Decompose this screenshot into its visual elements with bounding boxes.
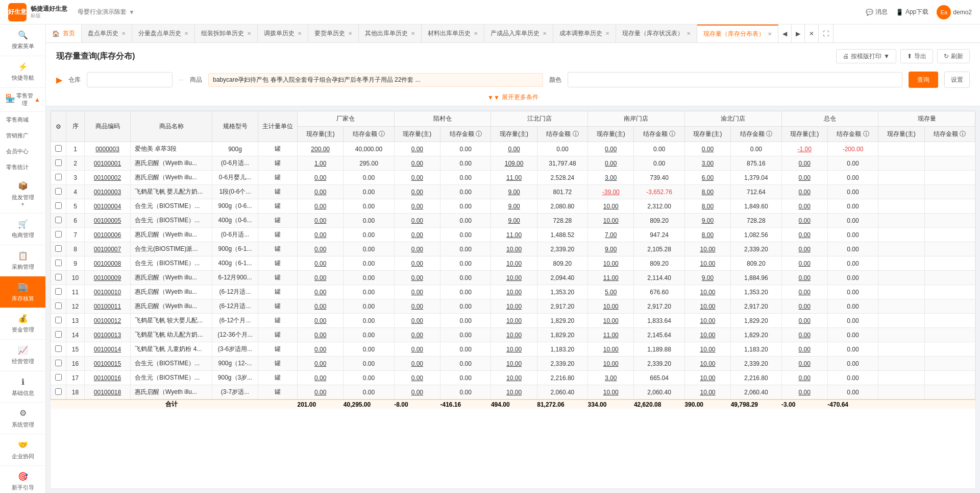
tab-close-all-btn[interactable]: ✕: [805, 25, 819, 43]
row-code[interactable]: 00100015: [85, 357, 131, 371]
row-mocun-qty[interactable]: 0.00: [394, 214, 440, 228]
row-changja-qty[interactable]: 1.00: [298, 156, 344, 171]
row-code[interactable]: 00100011: [85, 299, 131, 314]
warehouse-input[interactable]: [87, 72, 173, 87]
row-yubei-qty[interactable]: 10.00: [684, 242, 730, 256]
row-jiangbei-qty[interactable]: 109.00: [491, 156, 537, 171]
row-nanan-qty[interactable]: 10.00: [588, 199, 634, 214]
row-check[interactable]: [51, 328, 66, 342]
row-changja-qty[interactable]: 0.00: [298, 371, 344, 385]
row-yubei-qty[interactable]: 10.00: [684, 285, 730, 299]
row-zongcang-qty[interactable]: 0.00: [781, 156, 827, 171]
row-jiangbei-qty[interactable]: 10.00: [491, 328, 537, 342]
sidebar-submenu-marketing[interactable]: 营销推广: [0, 128, 45, 144]
row-nanan-qty[interactable]: 10.00: [588, 357, 634, 371]
row-changja-qty[interactable]: 0.00: [298, 328, 344, 342]
row-zongcang-qty[interactable]: 0.00: [781, 199, 827, 214]
row-changja-qty[interactable]: 0.00: [298, 299, 344, 314]
row-changja-qty[interactable]: 0.00: [298, 171, 344, 185]
row-jiangbei-qty[interactable]: 9.00: [491, 199, 537, 214]
tab-stock-distribution[interactable]: 现存量（库存分布表） ✕: [697, 25, 778, 43]
warehouse-more-icon[interactable]: ···: [179, 76, 184, 83]
row-zongcang-qty[interactable]: 0.00: [781, 228, 827, 242]
row-check[interactable]: [51, 228, 66, 242]
row-yubei-qty[interactable]: 9.00: [684, 271, 730, 285]
row-yubei-qty[interactable]: 10.00: [684, 342, 730, 357]
tab-maximize-btn[interactable]: ⛶: [819, 25, 834, 43]
row-code[interactable]: 00100005: [85, 214, 131, 228]
row-code[interactable]: 00100008: [85, 256, 131, 271]
tab-material-outbound-close[interactable]: ✕: [474, 31, 478, 36]
row-jiangbei-qty[interactable]: 10.00: [491, 385, 537, 400]
row-yubei-qty[interactable]: 10.00: [684, 256, 730, 271]
row-code[interactable]: 00100013: [85, 328, 131, 342]
row-nanan-qty[interactable]: 10.00: [588, 256, 634, 271]
app-download-btn[interactable]: 📱 App下载: [896, 8, 928, 16]
row-changja-qty[interactable]: 0.00: [298, 228, 344, 242]
row-code[interactable]: 00100018: [85, 385, 131, 400]
row-changja-qty[interactable]: 200.00: [298, 142, 344, 156]
row-mocun-qty[interactable]: 0.00: [394, 285, 440, 299]
row-mocun-qty[interactable]: 0.00: [394, 271, 440, 285]
row-jiangbei-qty[interactable]: 10.00: [491, 242, 537, 256]
row-code[interactable]: 00100016: [85, 371, 131, 385]
row-nanan-qty[interactable]: 9.00: [588, 242, 634, 256]
row-changja-qty[interactable]: 0.00: [298, 342, 344, 357]
row-nanan-qty[interactable]: 0.00: [588, 156, 634, 171]
row-check[interactable]: [51, 242, 66, 256]
row-zongcang-qty[interactable]: 0.00: [781, 242, 827, 256]
row-jiangbei-qty[interactable]: 10.00: [491, 285, 537, 299]
row-nanan-qty[interactable]: -39.00: [588, 185, 634, 199]
tab-inventory-check[interactable]: 盘点单历史 ✕: [82, 25, 132, 43]
row-nanan-qty[interactable]: 10.00: [588, 299, 634, 314]
row-jiangbei-qty[interactable]: 10.00: [491, 357, 537, 371]
row-check[interactable]: [51, 156, 66, 171]
sidebar-item-basic-info[interactable]: ℹ 基础信息: [0, 371, 45, 403]
row-zongcang-qty[interactable]: 0.00: [781, 214, 827, 228]
row-yubei-qty[interactable]: 8.00: [684, 185, 730, 199]
tab-assembly[interactable]: 组装拆卸单历史 ✕: [195, 25, 258, 43]
row-nanan-qty[interactable]: 10.00: [588, 314, 634, 328]
row-zongcang-qty[interactable]: 0.00: [781, 299, 827, 314]
row-jiangbei-qty[interactable]: 10.00: [491, 299, 537, 314]
row-nanan-qty[interactable]: 10.00: [588, 214, 634, 228]
row-zongcang-qty[interactable]: 0.00: [781, 371, 827, 385]
row-yubei-qty[interactable]: 10.00: [684, 314, 730, 328]
row-nanan-qty[interactable]: 10.00: [588, 385, 634, 400]
row-mocun-qty[interactable]: 0.00: [394, 314, 440, 328]
row-check[interactable]: [51, 314, 66, 328]
row-changja-qty[interactable]: 0.00: [298, 285, 344, 299]
row-code[interactable]: 00100002: [85, 171, 131, 185]
row-code[interactable]: 00100004: [85, 199, 131, 214]
row-changja-qty[interactable]: 0.00: [298, 214, 344, 228]
row-mocun-qty[interactable]: 0.00: [394, 185, 440, 199]
row-changja-qty[interactable]: 0.00: [298, 256, 344, 271]
filter-expand-arrow[interactable]: ▶: [56, 75, 62, 85]
row-code[interactable]: 00100003: [85, 185, 131, 199]
row-zongcang-qty[interactable]: 0.00: [781, 342, 827, 357]
row-check[interactable]: [51, 142, 66, 156]
row-yubei-qty[interactable]: 10.00: [684, 371, 730, 385]
row-yubei-qty[interactable]: 0.00: [684, 142, 730, 156]
row-jiangbei-qty[interactable]: 9.00: [491, 214, 537, 228]
row-zongcang-qty[interactable]: 0.00: [781, 185, 827, 199]
row-nanan-qty[interactable]: 5.00: [588, 285, 634, 299]
row-changja-qty[interactable]: 0.00: [298, 357, 344, 371]
sidebar-item-enterprise[interactable]: 🤝 企业协同: [0, 434, 45, 466]
row-jiangbei-qty[interactable]: 0.00: [491, 142, 537, 156]
tab-requisition-close[interactable]: ✕: [348, 31, 352, 36]
tab-assembly-close[interactable]: ✕: [247, 31, 251, 36]
query-btn[interactable]: 查询: [909, 72, 938, 88]
export-btn[interactable]: ⬆ 导出: [900, 49, 933, 63]
row-zongcang-qty[interactable]: 0.00: [781, 285, 827, 299]
row-zongcang-qty[interactable]: 0.00: [781, 314, 827, 328]
refresh-btn[interactable]: ↻ 刷新: [937, 49, 970, 63]
tab-transfer[interactable]: 调拨单历史 ✕: [258, 25, 308, 43]
row-mocun-qty[interactable]: 0.00: [394, 142, 440, 156]
sidebar-item-system[interactable]: ⚙ 系统管理: [0, 403, 45, 434]
row-check[interactable]: [51, 171, 66, 185]
settings-btn[interactable]: 设置: [944, 72, 970, 88]
row-mocun-qty[interactable]: 0.00: [394, 342, 440, 357]
row-nanan-qty[interactable]: 3.00: [588, 171, 634, 185]
row-code[interactable]: 00100014: [85, 342, 131, 357]
